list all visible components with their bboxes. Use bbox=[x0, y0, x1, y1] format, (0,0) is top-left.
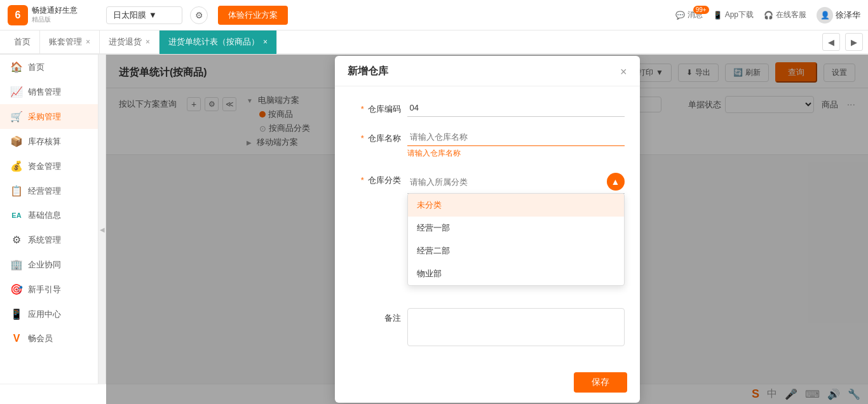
tab-purchase-stats-label: 进货单统计表（按商品） bbox=[168, 36, 259, 48]
sidebar-system-label: 系统管理 bbox=[28, 234, 61, 246]
dropdown-item-dept1[interactable]: 经营一部 bbox=[408, 217, 624, 239]
message-badge: 99+ bbox=[693, 6, 709, 14]
sidebar-item-appcenter[interactable]: 📱 应用中心 bbox=[0, 302, 98, 327]
sidebar-item-inventory[interactable]: 📦 库存核算 bbox=[0, 129, 98, 154]
sidebar-item-finance[interactable]: 💰 资金管理 bbox=[0, 154, 98, 178]
settings-icon[interactable]: ⚙ bbox=[190, 6, 208, 24]
form-row-code: * 仓库编码 bbox=[350, 99, 625, 117]
form-row-category: * 仓库分类 ▲ 未分类 经营一部 经营二部 bbox=[350, 170, 625, 194]
modal-body: * 仓库编码 * 仓库名称 bbox=[335, 86, 640, 366]
name-label: * 仓库名称 bbox=[350, 128, 401, 144]
sidebar-item-membership[interactable]: V 畅会员 bbox=[0, 327, 98, 351]
category-input[interactable] bbox=[407, 176, 607, 188]
sidebar-item-guide[interactable]: 🎯 新手引导 bbox=[0, 277, 98, 302]
message-button[interactable]: 💬 消息 99+ bbox=[675, 10, 703, 20]
tab-right-icons: ◀ ▶ bbox=[822, 33, 863, 51]
category-input-row: ▲ bbox=[407, 170, 625, 194]
tab-accounts[interactable]: 账套管理 × bbox=[40, 30, 100, 54]
code-label: * 仓库编码 bbox=[350, 99, 401, 115]
sidebar-basic-label: 基础信息 bbox=[28, 210, 61, 221]
modal-close-button[interactable]: × bbox=[620, 66, 627, 77]
header-right: 💬 消息 99+ 📱 App下载 🎧 在线客服 👤 徐泽华 bbox=[675, 7, 860, 24]
headset-icon: 🎧 bbox=[764, 11, 773, 20]
modal-footer: 保存 bbox=[335, 366, 640, 403]
enterprise-icon: 🏢 bbox=[10, 259, 23, 271]
store-name: 日太阳膜 bbox=[113, 10, 146, 21]
dropdown-item-dept2[interactable]: 经营二部 bbox=[408, 239, 624, 262]
sidebar-membership-label: 畅会员 bbox=[28, 333, 53, 344]
logo-area: 6 畅捷通好生意 精品版 bbox=[8, 5, 106, 25]
message-icon: 💬 bbox=[675, 11, 685, 20]
sidebar-operations-label: 经营管理 bbox=[28, 185, 61, 197]
modal-title: 新增仓库 bbox=[348, 65, 388, 78]
category-label: * 仓库分类 bbox=[350, 170, 401, 186]
tab-purchase-stats-close[interactable]: × bbox=[263, 37, 268, 46]
tab-home-label: 首页 bbox=[14, 36, 31, 48]
tab-next-icon[interactable]: ▶ bbox=[845, 33, 863, 51]
sidebar-appcenter-label: 应用中心 bbox=[28, 309, 61, 320]
sidebar: 🏠 首页 📈 销售管理 🛒 采购管理 📦 库存核算 💰 资金管理 📋 经营管理 … bbox=[0, 55, 98, 404]
category-toggle-button[interactable]: ▲ bbox=[607, 173, 625, 191]
sidebar-finance-label: 资金管理 bbox=[28, 161, 61, 172]
chevron-down-icon: ▼ bbox=[149, 10, 157, 20]
tab-purchase-stats[interactable]: 进货单统计表（按商品） × bbox=[159, 30, 277, 54]
online-service-button[interactable]: 🎧 在线客服 bbox=[764, 10, 806, 20]
tab-accounts-label: 账套管理 bbox=[49, 36, 82, 48]
tab-accounts-close[interactable]: × bbox=[86, 37, 90, 46]
warehouse-name-input[interactable] bbox=[407, 128, 625, 146]
modal-backdrop[interactable]: 新增仓库 × * 仓库编码 bbox=[106, 55, 868, 404]
basic-icon: EA bbox=[10, 212, 23, 219]
store-selector[interactable]: 日太阳膜 ▼ bbox=[106, 6, 182, 24]
tab-purchase-return[interactable]: 进货退货 × bbox=[100, 30, 159, 54]
dropdown-item-unclassified[interactable]: 未分类 bbox=[408, 194, 624, 217]
modal-header: 新增仓库 × bbox=[335, 56, 640, 86]
inventory-icon: 📦 bbox=[10, 135, 23, 147]
tab-purchase-return-close[interactable]: × bbox=[146, 37, 150, 46]
sidebar-sales-label: 销售管理 bbox=[28, 86, 61, 98]
sidebar-item-operations[interactable]: 📋 经营管理 bbox=[0, 178, 98, 203]
sidebar-handle[interactable]: ◀ bbox=[98, 55, 106, 404]
save-button[interactable]: 保存 bbox=[574, 372, 627, 393]
sidebar-item-basic[interactable]: EA 基础信息 bbox=[0, 203, 98, 227]
user-info[interactable]: 👤 徐泽华 bbox=[817, 7, 860, 24]
form-row-name: * 仓库名称 请输入仓库名称 bbox=[350, 128, 625, 159]
sidebar-item-enterprise[interactable]: 🏢 企业协同 bbox=[0, 252, 98, 277]
content-area: 进货单统计(按商品) 🖨 按模板打印 ▼ ⬇ 导出 🔄 刷新 查询 设置 bbox=[106, 55, 868, 404]
header-actions: ⚙ 体验行业方案 bbox=[190, 6, 288, 25]
warehouse-code-input[interactable] bbox=[407, 99, 625, 117]
sidebar-item-sales[interactable]: 📈 销售管理 bbox=[0, 79, 98, 104]
logo-text: 畅捷通好生意 bbox=[32, 6, 78, 16]
sidebar-home-label: 首页 bbox=[28, 62, 44, 73]
name-input-wrap: 请输入仓库名称 bbox=[407, 128, 625, 159]
sidebar-item-home[interactable]: 🏠 首页 bbox=[0, 55, 98, 79]
category-dropdown: 未分类 经营一部 经营二部 物业部 bbox=[407, 193, 625, 286]
sidebar-item-purchase[interactable]: 🛒 采购管理 bbox=[0, 104, 98, 129]
note-input-wrap bbox=[407, 308, 625, 348]
note-label: 备注 bbox=[350, 308, 401, 324]
sidebar-enterprise-label: 企业协同 bbox=[28, 259, 61, 271]
main-layout: 🏠 首页 📈 销售管理 🛒 采购管理 📦 库存核算 💰 资金管理 📋 经营管理 … bbox=[0, 55, 868, 404]
note-textarea[interactable] bbox=[407, 308, 625, 346]
finance-icon: 💰 bbox=[10, 160, 23, 172]
tab-prev-icon[interactable]: ◀ bbox=[822, 33, 840, 51]
category-select-wrap: ▲ 未分类 经营一部 经营二部 物业部 bbox=[407, 170, 625, 194]
app-download-button[interactable]: 📱 App下载 bbox=[713, 10, 754, 20]
sidebar-guide-label: 新手引导 bbox=[28, 284, 61, 295]
dropdown-item-property[interactable]: 物业部 bbox=[408, 262, 624, 285]
username: 徐泽华 bbox=[836, 10, 860, 21]
sidebar-item-system[interactable]: ⚙ 系统管理 bbox=[0, 227, 98, 252]
sales-icon: 📈 bbox=[10, 86, 23, 98]
appcenter-icon: 📱 bbox=[10, 308, 23, 320]
name-error-msg: 请输入仓库名称 bbox=[407, 148, 625, 159]
app-logo: 6 bbox=[8, 5, 28, 25]
trial-button[interactable]: 体验行业方案 bbox=[218, 6, 288, 25]
form-row-note: 备注 bbox=[350, 308, 625, 348]
guide-icon: 🎯 bbox=[10, 283, 23, 295]
membership-icon: V bbox=[10, 333, 23, 344]
sidebar-inventory-label: 库存核算 bbox=[28, 136, 61, 147]
modal-add-warehouse: 新增仓库 × * 仓库编码 bbox=[335, 56, 640, 403]
operations-icon: 📋 bbox=[10, 185, 23, 197]
tab-home[interactable]: 首页 bbox=[5, 30, 40, 54]
tab-purchase-return-label: 进货退货 bbox=[109, 36, 142, 48]
sidebar-purchase-label: 采购管理 bbox=[28, 111, 61, 123]
